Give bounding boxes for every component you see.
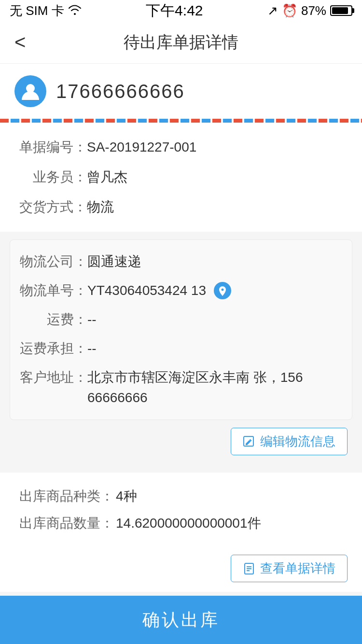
goods-section: 出库商品种类： 4种 出库商品数量： 14.620000000000001件	[0, 473, 362, 547]
status-bar: 无 SIM 卡 下午4:42 ↗ ⏰ 87%	[0, 0, 362, 21]
freight-value: --	[87, 309, 342, 330]
logistics-company-value: 圆通速递	[87, 252, 342, 272]
confirm-button[interactable]: 确认出库	[0, 596, 362, 644]
goods-quantity-value: 14.620000000000001件	[116, 514, 343, 532]
main-content: 17666666666 单据编号： SA-20191227-001 业务员： 曾…	[0, 64, 362, 644]
confirm-button-label: 确认出库	[142, 608, 220, 632]
wifi-icon	[68, 3, 82, 18]
alarm-icon: ⏰	[282, 3, 297, 18]
user-phone: 17666666666	[56, 81, 185, 102]
sales-person-label: 业务员：	[19, 167, 87, 187]
delivery-method-label: 交货方式：	[19, 197, 87, 217]
goods-types-label: 出库商品种类：	[19, 487, 116, 505]
status-left: 无 SIM 卡	[10, 2, 82, 19]
freight-bearer-value: --	[87, 338, 342, 359]
address-row: 客户地址： 北京市市辖区海淀区永丰南 张，156 66666666	[20, 367, 342, 408]
document-number-value: SA-20191227-001	[87, 137, 343, 157]
view-detail-button[interactable]: 查看单据详情	[231, 555, 348, 582]
dashed-separator	[0, 119, 362, 123]
document-number-label: 单据编号：	[19, 137, 87, 157]
goods-types-row: 出库商品种类： 4种	[19, 487, 343, 505]
section-divider	[0, 465, 362, 473]
goods-quantity-row: 出库商品数量： 14.620000000000001件	[19, 514, 343, 532]
nav-bar: < 待出库单据详情	[0, 21, 362, 64]
address-label: 客户地址：	[20, 367, 87, 388]
freight-bearer-row: 运费承担： --	[20, 338, 342, 359]
document-icon	[243, 562, 255, 575]
logistics-box: 物流公司： 圆通速递 物流单号： YT43064053424 13 运费： --…	[10, 239, 352, 420]
sales-person-row: 业务员： 曾凡杰	[19, 167, 343, 187]
status-right: ↗ ⏰ 87%	[267, 3, 352, 18]
page-title: 待出库单据详情	[124, 31, 238, 54]
person-icon	[20, 81, 41, 102]
delivery-method-value: 物流	[87, 197, 343, 217]
tracking-location-icon[interactable]	[214, 282, 231, 299]
logistics-tracking-label: 物流单号：	[20, 280, 87, 301]
freight-bearer-label: 运费承担：	[20, 338, 87, 359]
location-status-icon: ↗	[267, 3, 278, 18]
back-button[interactable]: <	[14, 31, 26, 53]
logistics-tracking-value: YT43064053424 13	[87, 280, 342, 301]
logistics-company-row: 物流公司： 圆通速递	[20, 252, 342, 272]
edit-icon	[243, 435, 255, 448]
freight-row: 运费： --	[20, 309, 342, 330]
freight-label: 运费：	[20, 309, 87, 330]
battery-percent: 87%	[301, 3, 326, 18]
battery-icon	[330, 5, 352, 16]
edit-logistics-button[interactable]: 编辑物流信息	[231, 428, 348, 455]
address-value: 北京市市辖区海淀区永丰南 张，156 66666666	[87, 367, 342, 408]
sales-person-value: 曾凡杰	[87, 167, 343, 187]
delivery-method-row: 交货方式： 物流	[19, 197, 343, 217]
goods-quantity-label: 出库商品数量：	[19, 514, 116, 532]
logistics-company-label: 物流公司：	[20, 252, 87, 272]
carrier-label: 无 SIM 卡	[10, 2, 64, 19]
edit-logistics-row: 编辑物流信息	[0, 428, 362, 465]
user-card: 17666666666	[0, 64, 362, 119]
status-time: 下午4:42	[146, 1, 203, 21]
goods-types-value: 4种	[116, 487, 343, 505]
view-detail-row: 查看单据详情	[0, 547, 362, 592]
document-number-row: 单据编号： SA-20191227-001	[19, 137, 343, 157]
logistics-tracking-row: 物流单号： YT43064053424 13	[20, 280, 342, 301]
avatar	[14, 75, 46, 107]
basic-info-section: 单据编号： SA-20191227-001 业务员： 曾凡杰 交货方式： 物流	[0, 123, 362, 232]
